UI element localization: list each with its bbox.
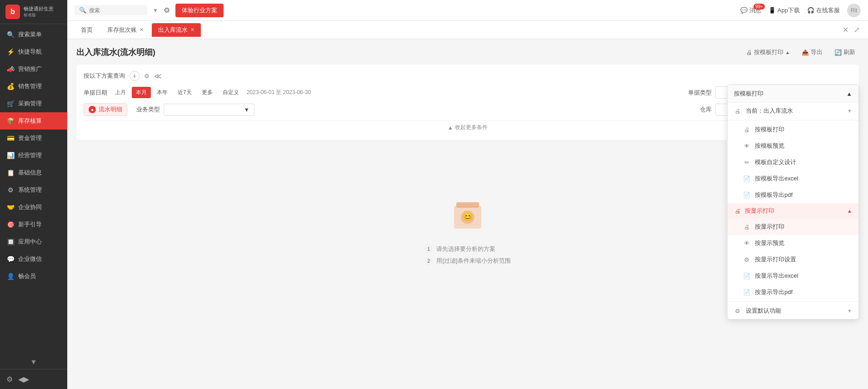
filter-tag: ● 流水明细: [84, 103, 127, 116]
dropdown-template-preview[interactable]: 👁 按模板预览: [728, 138, 858, 154]
window-btns: ✕ ⤢: [842, 25, 861, 35]
sidebar-item-marketing[interactable]: 📣 营销推广: [0, 60, 67, 78]
settings-icon[interactable]: ⚙: [6, 375, 13, 384]
sidebar-item-label-member: 畅会员: [18, 272, 36, 280]
step-num-1: 1: [424, 245, 433, 253]
dropdown-display-pdf[interactable]: 📄 按显示导出pdf: [728, 284, 858, 300]
filter-settings-icon[interactable]: ⚙: [144, 73, 150, 80]
online-service-btn[interactable]: 🎧 在线客服: [807, 6, 840, 15]
business-type-select[interactable]: ▼: [164, 104, 254, 116]
svg-text:😊: 😊: [463, 212, 473, 222]
page-title-row: 出入库流水(流水明细) 🖨 按模板打印 ▲ 📤 导出 🔄 刷新: [76, 46, 859, 58]
refresh-btn[interactable]: 🔄 刷新: [831, 46, 859, 58]
date-tab-more[interactable]: 更多: [198, 87, 217, 98]
date-tab-last-month[interactable]: 上月: [111, 87, 130, 98]
filter-collapse-icon[interactable]: ≪: [154, 72, 162, 80]
filter-add-btn[interactable]: +: [130, 71, 140, 81]
finance-icon: 💳: [6, 134, 15, 142]
tab-inout-flow-close[interactable]: ✕: [190, 27, 195, 33]
scroll-down-icon[interactable]: ▼: [30, 358, 37, 366]
app-download-btn[interactable]: 📱 App下载: [768, 6, 800, 15]
step-1-text: 请先选择要分析的方案: [436, 245, 495, 253]
dropdown-panel-header: 按模板打印 ▲: [728, 85, 858, 103]
sidebar-item-search[interactable]: 🔍 搜索菜单: [0, 26, 67, 43]
tab-inout-flow[interactable]: 出入库流水 ✕: [152, 23, 201, 37]
sidebar-item-label-purchase: 采购管理: [18, 100, 42, 108]
tab-home[interactable]: 首页: [75, 23, 99, 37]
sidebar-item-member[interactable]: 👤 畅会员: [0, 268, 67, 285]
dropdown-template-print[interactable]: 🖨 按模板打印: [728, 121, 858, 138]
refresh-label: 刷新: [843, 48, 855, 56]
sidebar-item-finance[interactable]: 💳 资金管理: [0, 130, 67, 147]
dropdown-display-preview[interactable]: 👁 按显示预览: [728, 235, 858, 251]
collapse-icon[interactable]: ◀▶: [18, 375, 29, 384]
date-tab-this-year[interactable]: 本年: [153, 87, 172, 98]
window-expand-btn[interactable]: ⤢: [853, 25, 861, 35]
sidebar-item-guide[interactable]: 🎯 新手引导: [0, 216, 67, 233]
sidebar-item-operation[interactable]: 📊 经营管理: [0, 147, 67, 164]
dropdown-template-custom[interactable]: ✏ 模板自定义设计: [728, 154, 858, 170]
tab-batch-account-close[interactable]: ✕: [140, 27, 144, 33]
message-btn[interactable]: 💬 消息 99+: [740, 6, 761, 15]
sidebar-item-quicknav[interactable]: ⚡ 快捷导航: [0, 43, 67, 60]
dropdown-template-excel[interactable]: 📄 按模板导出excel: [728, 170, 858, 187]
display-print-section-header[interactable]: 🖨 按显示打印 ▲: [728, 203, 858, 219]
default-func-expand: ▼: [847, 308, 852, 314]
sidebar-item-collab[interactable]: 🤝 企业协同: [0, 199, 67, 216]
sidebar-item-wechat[interactable]: 💬 企业微信: [0, 250, 67, 268]
dropdown-display-excel[interactable]: 📄 按显示导出excel: [728, 268, 858, 284]
disp-excel-icon: 📄: [743, 272, 750, 279]
current-template-icon: 🖨: [734, 107, 741, 115]
date-tabs: 上月 本月 本年 近7天 更多 自定义: [111, 87, 243, 98]
sidebar-item-system[interactable]: ⚙ 系统管理: [0, 181, 67, 199]
quicknav-icon: ⚡: [6, 48, 15, 56]
tab-batch-account[interactable]: 库存批次账 ✕: [101, 23, 150, 37]
tab-home-label: 首页: [81, 26, 93, 34]
sidebar-item-inventory[interactable]: 📦 库存核算: [0, 112, 67, 130]
date-tab-custom[interactable]: 自定义: [219, 87, 243, 98]
dropdown-display-settings[interactable]: ⚙ 按显示打印设置: [728, 251, 858, 268]
date-tab-this-month[interactable]: 本月: [132, 87, 151, 98]
search-box[interactable]: 🔍: [75, 5, 147, 15]
default-func-icon: ⚙: [734, 307, 741, 314]
search-dropdown-icon[interactable]: ▼: [153, 7, 158, 14]
sidebar-item-apps[interactable]: 🔲 应用中心: [0, 233, 67, 250]
sidebar-scroll-down[interactable]: ▼: [0, 355, 67, 369]
sidebar-item-label-operation: 经营管理: [18, 151, 42, 160]
top-header: 🔍 ▼ ⚙ 体验行业方案 💬 消息 99+ 📱 App下载 🎧 在线客服 Rit: [67, 0, 868, 21]
sidebar-item-purchase[interactable]: 🛒 采购管理: [0, 95, 67, 112]
print-btn[interactable]: 🖨 按模板打印 ▲: [743, 46, 793, 58]
window-close-btn[interactable]: ✕: [842, 25, 849, 35]
disp-pdf-icon: 📄: [743, 289, 750, 296]
search-input[interactable]: [89, 7, 135, 14]
svg-rect-1: [456, 202, 479, 208]
current-template-label: 当前：出入库流水: [746, 107, 793, 115]
export-btn[interactable]: 📤 导出: [798, 46, 826, 58]
user-avatar[interactable]: Rit: [847, 4, 861, 17]
header-gear-icon[interactable]: ⚙: [164, 6, 170, 15]
disp-print-label: 按显示打印: [755, 223, 784, 231]
sidebar-item-label-apps: 应用中心: [18, 238, 42, 246]
app-badge: 标准版: [24, 12, 54, 18]
page-content: 出入库流水(流水明细) 🖨 按模板打印 ▲ 📤 导出 🔄 刷新: [67, 39, 868, 389]
display-print-section-label: 按显示打印: [745, 207, 774, 215]
filter-header-label: 按以下方案查询: [84, 72, 125, 80]
dropdown-template-pdf[interactable]: 📄 按模板导出pdf: [728, 187, 858, 203]
trial-btn[interactable]: 体验行业方案: [175, 4, 224, 17]
disp-excel-label: 按显示导出excel: [755, 272, 798, 280]
collab-icon: 🤝: [6, 203, 15, 211]
disp-pdf-label: 按显示导出pdf: [755, 288, 793, 296]
current-template-item[interactable]: 🖨 当前：出入库流水 ▼: [728, 103, 858, 119]
dropdown-set-default[interactable]: ⚙ 设置默认功能 ▼: [728, 303, 858, 319]
tpl-print-icon: 🖨: [743, 126, 750, 133]
member-icon: 👤: [6, 272, 15, 280]
dropdown-display-print[interactable]: 🖨 按显示打印: [728, 219, 858, 235]
empty-icon: 😊: [445, 192, 490, 238]
sidebar-item-basic[interactable]: 📋 基础信息: [0, 164, 67, 181]
date-tab-7days[interactable]: 近7天: [174, 87, 196, 98]
sidebar-item-sales[interactable]: 💰 销售管理: [0, 78, 67, 95]
tpl-preview-label: 按模板预览: [755, 142, 784, 150]
message-icon: 💬: [740, 7, 748, 14]
business-type-label: 业务类型: [136, 105, 160, 114]
apps-icon: 🔲: [6, 238, 15, 246]
